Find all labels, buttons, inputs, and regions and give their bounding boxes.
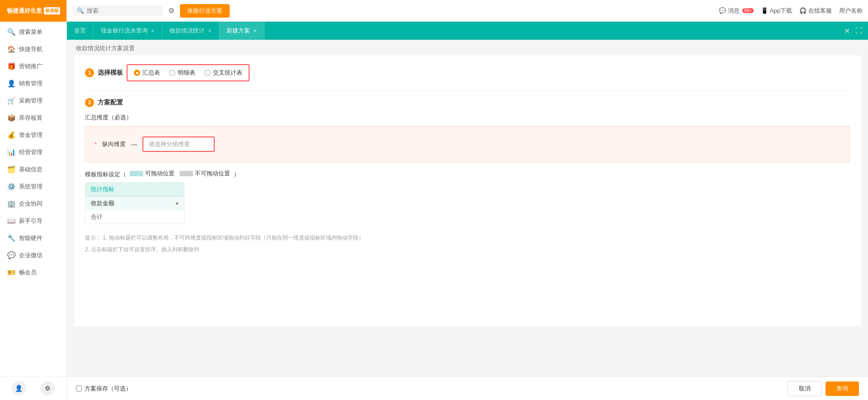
- sidebar-item-finance[interactable]: 💰资金管理: [0, 127, 66, 144]
- save-checkbox-text: 方案保存（可选）: [85, 385, 132, 393]
- gear-icon[interactable]: ⚙: [168, 6, 175, 15]
- tab-collect-stat[interactable]: 收款情况统计✕: [162, 22, 219, 40]
- sidebar-item-label-corp-wechat: 企业微信: [19, 251, 42, 259]
- sidebar-item-label-system: 系统管理: [19, 183, 42, 191]
- tabbar: 首页现金银行流水查询✕收款情况统计✕新建方案✕ ✕ ⛶: [67, 22, 868, 40]
- sidebar-item-purchase[interactable]: 🛒采购管理: [0, 92, 66, 109]
- sidebar-item-label-quick-nav: 快捷导航: [19, 45, 42, 53]
- tab-close-bank-flow[interactable]: ✕: [151, 28, 155, 34]
- app-download-btn[interactable]: 📱 App下载: [761, 7, 792, 15]
- sidebar-item-inventory[interactable]: 📦库存核算: [0, 109, 66, 127]
- sidebar-item-sales[interactable]: 👤销售管理: [0, 75, 66, 92]
- sidebar-item-guide[interactable]: 📖新手引导: [0, 212, 66, 230]
- sidebar-item-label-sales: 销售管理: [19, 80, 42, 88]
- minimize-icon[interactable]: ✕: [842, 25, 852, 37]
- notification-btn[interactable]: 💬 消息 99+: [719, 7, 754, 15]
- step1-num: 1: [85, 68, 94, 77]
- sidebar-item-label-search: 搜索菜单: [19, 28, 42, 36]
- sidebar-item-label-guide: 新手引导: [19, 217, 42, 225]
- sidebar-item-label-member: 畅会员: [19, 268, 37, 277]
- footer-bar: 方案保存（可选） 取消 查询: [67, 376, 868, 400]
- radio-label-summary: 汇总表: [142, 69, 160, 77]
- breadcrumb: 收款情况统计方案设置: [76, 45, 135, 52]
- sidebar-bottom: 👤 ⚙: [0, 376, 66, 400]
- sidebar-item-search[interactable]: 🔍搜索菜单: [0, 24, 66, 41]
- sidebar-item-system[interactable]: ⚙️系统管理: [0, 178, 66, 195]
- step2-title: 方案配置: [98, 99, 123, 107]
- sidebar-item-marketing[interactable]: 🎁营销推广: [0, 58, 66, 75]
- tab-new-plan[interactable]: 新建方案✕: [219, 22, 264, 40]
- metric-subrow-total: 合计: [85, 210, 184, 224]
- topbar: 🔍 ⚙ 体验行业方案 💬 消息 99+ 📱 App下载 🎧 在线客服 用户名称: [67, 0, 868, 22]
- sidebar: 畅捷通好生意 标准版 🔍搜索菜单🏠快捷导航🎁营销推广👤销售管理🛒采购管理📦库存核…: [0, 0, 67, 400]
- drag-legend-label: 可拖动位置: [145, 169, 175, 178]
- nodrag-legend-dot: [179, 171, 193, 176]
- app-icon: 📱: [761, 7, 768, 14]
- sidebar-item-member[interactable]: 🎫畅会员: [0, 264, 66, 281]
- sidebar-bottom-icon-1[interactable]: 👤: [12, 381, 26, 395]
- username-label: 用户名称: [839, 7, 863, 15]
- tab-close-collect-stat[interactable]: ✕: [208, 28, 212, 34]
- cancel-button[interactable]: 取消: [788, 381, 822, 396]
- sidebar-item-basic-info[interactable]: 🗂️基础信息: [0, 161, 66, 178]
- notification-badge: 99+: [742, 8, 754, 13]
- tips-item-1: 1. 拖动标题栏可以调整布局，不可跨维度或指标区域拖动列目字段（只能在同一维度或…: [103, 235, 363, 241]
- step1-section: 1 选择模板 汇总表明细表交叉统计表: [85, 64, 850, 81]
- dim-select-placeholder: 请选择分组维度: [149, 141, 190, 147]
- tab-home[interactable]: 首页: [67, 22, 94, 40]
- topbar-search[interactable]: 🔍: [72, 5, 163, 16]
- page-header: 收款情况统计方案设置: [67, 40, 868, 55]
- metric-table: 统计指标 收款金额 ▾ 合计: [85, 182, 184, 224]
- step1-title: 选择模板: [98, 69, 123, 77]
- step2-header: 2 方案配置: [85, 98, 850, 107]
- search-icon: 🔍: [7, 28, 15, 36]
- radio-label-detail: 明细表: [178, 69, 195, 77]
- tab-bank-flow[interactable]: 现金银行流水查询✕: [94, 22, 162, 40]
- drag-legend-dot: [130, 171, 143, 176]
- required-star: *: [94, 141, 97, 148]
- sidebar-item-quick-nav[interactable]: 🏠快捷导航: [0, 41, 66, 58]
- sidebar-item-label-corp-collab: 企业协同: [19, 200, 42, 208]
- system-icon: ⚙️: [7, 183, 15, 191]
- template-selector: 汇总表明细表交叉统计表: [127, 64, 250, 81]
- corp-wechat-icon: 💬: [7, 251, 15, 259]
- metric-row-amount[interactable]: 收款金额 ▾: [85, 197, 184, 210]
- sidebar-item-label-finance: 资金管理: [19, 131, 42, 139]
- radio-option-detail[interactable]: 明细表: [169, 69, 195, 77]
- notification-icon: 💬: [719, 7, 726, 14]
- sidebar-bottom-icon-2[interactable]: ⚙: [40, 381, 55, 395]
- step2-num: 2: [85, 98, 94, 107]
- online-support-btn[interactable]: 🎧 在线客服: [799, 7, 832, 15]
- sidebar-item-operations[interactable]: 📊经营管理: [0, 144, 66, 161]
- save-checkbox-label[interactable]: 方案保存（可选）: [76, 385, 132, 393]
- query-button[interactable]: 查询: [826, 381, 859, 396]
- sidebar-item-corp-collab[interactable]: 🏢企业协同: [0, 195, 66, 212]
- operations-icon: 📊: [7, 148, 15, 156]
- corp-collab-icon: 🏢: [7, 200, 15, 208]
- save-checkbox[interactable]: [76, 386, 82, 391]
- sidebar-logo: 畅捷通好生意 标准版: [0, 0, 66, 22]
- radio-option-summary[interactable]: 汇总表: [134, 69, 160, 77]
- dim-select[interactable]: 请选择分组维度: [142, 136, 215, 152]
- topbar-right: 💬 消息 99+ 📱 App下载 🎧 在线客服 用户名称: [719, 7, 863, 15]
- trial-btn[interactable]: 体验行业方案: [180, 4, 230, 18]
- inventory-icon: 📦: [7, 114, 15, 122]
- sidebar-item-corp-wechat[interactable]: 💬企业微信: [0, 247, 66, 264]
- metric-amount-label: 收款金额: [91, 199, 114, 207]
- sidebar-item-label-marketing: 营销推广: [19, 62, 42, 71]
- sidebar-badge: 标准版: [44, 7, 60, 14]
- maximize-icon[interactable]: ⛶: [854, 25, 864, 37]
- sidebar-item-label-smart-hw: 智能硬件: [19, 234, 42, 242]
- smart-hw-icon: 🔧: [7, 234, 15, 242]
- tips-item-2: 2. 点击标题栏下拉可设置排序、插入列和删除列: [85, 245, 850, 255]
- metric-label: 模板指标设定（ 可拖动位置 不可拖动位置 ）: [85, 169, 850, 179]
- tab-close-new-plan[interactable]: ✕: [253, 28, 257, 34]
- dimension-row: * 纵向维度 — 请选择分组维度: [94, 136, 215, 152]
- guide-icon: 📖: [7, 217, 15, 225]
- sidebar-item-label-purchase: 采购管理: [19, 97, 42, 105]
- nodrag-legend-label: 不可拖动位置: [195, 169, 230, 178]
- sidebar-item-label-basic-info: 基础信息: [19, 165, 42, 174]
- search-input[interactable]: [87, 7, 155, 14]
- radio-option-cross[interactable]: 交叉统计表: [204, 69, 242, 77]
- sidebar-item-smart-hw[interactable]: 🔧智能硬件: [0, 230, 66, 247]
